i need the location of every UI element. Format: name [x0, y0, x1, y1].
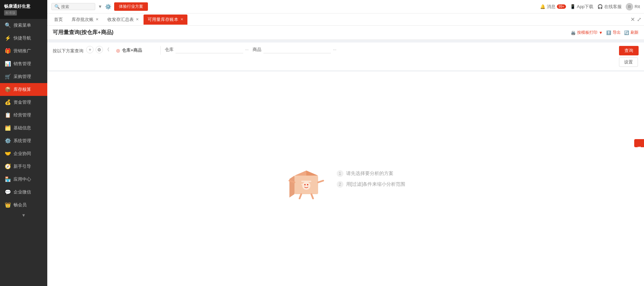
app-download-label: App下载	[577, 4, 593, 10]
cart-icon: 🛒	[5, 74, 11, 80]
hint-num-1: 1	[337, 170, 343, 177]
close-all-tabs-button[interactable]: ✕	[630, 16, 635, 23]
message-badge: 99+	[557, 4, 566, 9]
sidebar-item-operations[interactable]: 📋 经营管理	[0, 109, 47, 122]
message-button[interactable]: 🔔 消息 99+	[540, 4, 566, 10]
field-row: 仓库 ··· 商品 ···	[165, 46, 615, 53]
sidebar-item-label: 系统管理	[14, 138, 31, 144]
app-download-button[interactable]: 📱 App下载	[570, 4, 593, 10]
query-button[interactable]: 查询	[619, 46, 639, 55]
sidebar-item-purchase[interactable]: 🛒 采购管理	[0, 70, 47, 83]
hint-text-2: 用[过滤]条件来缩小分析范围	[346, 181, 406, 187]
sidebar-item-label: 搜索菜单	[14, 22, 31, 28]
filter-area: 按以下方案查询 ＋ ⚙ 《 ◎ 仓库+商品 仓库	[47, 43, 644, 70]
close-icon[interactable]: ✕	[96, 17, 99, 22]
filter-controls: ＋ ⚙ 《	[86, 46, 109, 53]
folder-icon: 🗂️	[5, 125, 11, 131]
trial-button[interactable]: 体验行业方案	[114, 2, 148, 11]
sidebar-item-newbie[interactable]: 🧭 新手引导	[0, 160, 47, 173]
sidebar-item-system[interactable]: ⚙️ 系统管理	[0, 134, 47, 147]
online-service-button[interactable]: 🎧 在线客服	[597, 4, 622, 10]
scheme-item-warehouse-product[interactable]: ◎ 仓库+商品	[113, 46, 156, 55]
sidebar-item-shortcut[interactable]: ⚡ 快捷导航	[0, 32, 47, 45]
svg-line-10	[318, 181, 323, 182]
close-icon[interactable]: ✕	[136, 17, 139, 22]
close-icon[interactable]: ✕	[180, 17, 183, 22]
shortcut-icon: ⚡	[5, 35, 11, 41]
tab-batch-label: 库存批次账	[72, 17, 94, 23]
hint-item-1: 1 请先选择要分析的方案	[337, 170, 406, 177]
money-icon: 💰	[5, 99, 11, 105]
print-button[interactable]: 🖨️ 按模板打印 ▼	[571, 30, 603, 35]
page-content: 可用量查询(按仓库+商品) 🖨️ 按模板打印 ▼ ⬆️ 导出 🔄 刷新	[47, 26, 644, 286]
gear-icon[interactable]: ⚙️	[105, 4, 111, 10]
sidebar-scroll-down[interactable]: ▼	[0, 211, 47, 219]
svg-line-12	[311, 194, 313, 199]
tab-home-label: 首页	[54, 17, 63, 23]
warehouse-input[interactable]	[176, 46, 243, 53]
search-icon: 🔍	[54, 4, 60, 9]
empty-hints: 1 请先选择要分析的方案 2 用[过滤]条件来缩小分析范围	[337, 170, 406, 188]
sidebar-item-label: 经营管理	[14, 112, 31, 118]
gift-icon: 🎁	[5, 48, 11, 54]
sidebar-item-finance[interactable]: 💰 资金管理	[0, 96, 47, 109]
sidebar-item-enterprise[interactable]: 🤝 企业协同	[0, 147, 47, 160]
search-box[interactable]: 🔍	[51, 3, 95, 10]
tab-collection[interactable]: 收发存汇总表 ✕	[103, 15, 143, 25]
product-input[interactable]	[263, 46, 331, 53]
tab-available[interactable]: 可用量库存账本 ✕	[144, 15, 187, 25]
sidebar-item-apps[interactable]: 🏪 应用中心	[0, 173, 47, 186]
tab-batch[interactable]: 库存批次账 ✕	[68, 15, 103, 25]
main-area: 🔍 ▼ ⚙️ 体验行业方案 🔔 消息 99+ 📱 App下载 🎧 在线客服 R …	[47, 0, 644, 286]
sidebar-item-wechat[interactable]: 💬 企业微信	[0, 186, 47, 199]
query-fields: 仓库 ··· 商品 ···	[165, 46, 615, 53]
warehouse-field-group: 仓库 ···	[165, 46, 249, 53]
collapse-button[interactable]: 《	[105, 47, 109, 53]
inventory-icon: 📦	[5, 86, 11, 93]
settings-button[interactable]: 设置	[619, 57, 638, 67]
print-icon: 🖨️	[571, 30, 576, 35]
scheme-label: 仓库+商品	[122, 47, 142, 53]
product-field-group: 商品 ···	[253, 46, 336, 53]
right-edge-button[interactable]: 反馈	[634, 139, 644, 147]
tab-home[interactable]: 首页	[50, 15, 67, 25]
chevron-down-icon[interactable]: ▼	[599, 30, 603, 35]
tab-available-label: 可用量库存账本	[148, 17, 178, 23]
product-more-icon[interactable]: ···	[333, 47, 336, 52]
user-profile-button[interactable]: R Rit	[626, 3, 640, 10]
sidebar-item-label: 基础信息	[14, 125, 31, 131]
mobile-icon: 📱	[570, 4, 575, 9]
crown-icon: 👑	[5, 202, 11, 208]
sidebar-item-label: 快捷导航	[14, 35, 31, 41]
sidebar-item-basic[interactable]: 🗂️ 基础信息	[0, 122, 47, 134]
company-name: 畅康通好生意	[4, 3, 43, 9]
export-button[interactable]: ⬆️ 导出	[606, 30, 621, 35]
sidebar-item-search[interactable]: 🔍 搜索菜单	[0, 19, 47, 32]
store-icon: 🏪	[5, 176, 11, 182]
warehouse-more-icon[interactable]: ···	[245, 47, 249, 52]
svg-point-7	[304, 184, 306, 185]
ops-icon: 📋	[5, 112, 11, 118]
sidebar-item-label: 资金管理	[14, 99, 31, 105]
add-scheme-button[interactable]: ＋	[86, 46, 94, 53]
sidebar-item-marketing[interactable]: 🎁 营销推广	[0, 45, 47, 57]
svg-marker-3	[289, 176, 294, 198]
product-label: 商品	[253, 47, 261, 53]
manage-scheme-button[interactable]: ⚙	[96, 46, 103, 53]
search-input[interactable]	[61, 4, 92, 9]
headset-icon: 🎧	[597, 4, 603, 9]
warehouse-label: 仓库	[165, 47, 174, 53]
scheme-icon: ◎	[116, 48, 120, 53]
online-service-label: 在线客服	[604, 4, 622, 10]
chevron-down-icon[interactable]: ▼	[98, 4, 102, 9]
svg-point-8	[307, 184, 308, 185]
expand-tabs-button[interactable]: ⤢	[637, 16, 641, 23]
sidebar-item-label: 销售管理	[14, 61, 31, 67]
hint-text-1: 请先选择要分析的方案	[346, 171, 393, 177]
sidebar-item-inventory[interactable]: 📦 库存核算	[0, 83, 47, 96]
print-label: 按模板打印	[577, 30, 597, 35]
tab-bar: 首页 库存批次账 ✕ 收发存汇总表 ✕ 可用量库存账本 ✕ ✕ ⤢	[47, 14, 644, 26]
refresh-button[interactable]: 🔄 刷新	[624, 30, 639, 35]
sidebar-item-sales[interactable]: 📊 销售管理	[0, 57, 47, 70]
sidebar-item-member[interactable]: 👑 畅会员	[0, 199, 47, 211]
